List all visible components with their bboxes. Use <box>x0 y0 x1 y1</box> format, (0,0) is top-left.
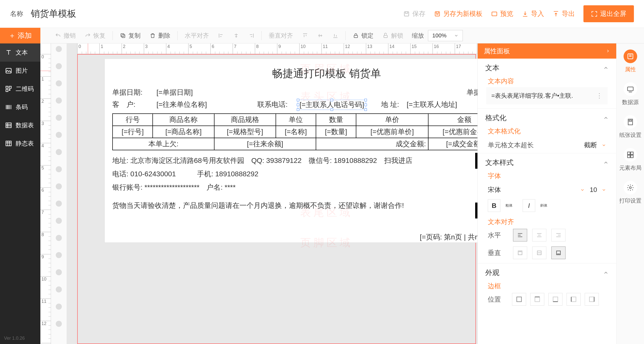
page-dot[interactable] <box>56 97 62 104</box>
halign-right-button[interactable] <box>551 229 566 241</box>
page-dot[interactable] <box>56 115 62 121</box>
unlock-button[interactable]: 解锁 <box>378 32 408 40</box>
redo-button[interactable]: 恢复 <box>80 32 110 40</box>
label-address[interactable]: 地 址: <box>381 100 399 110</box>
canvas[interactable]: 01234567891011121314151617181920212223 页… <box>67 43 477 344</box>
section-format[interactable]: 格式化 <box>478 108 616 125</box>
italic-button[interactable]: I <box>523 199 535 212</box>
label-bill-date[interactable]: 单据日期: <box>112 88 156 97</box>
sidebar-item-image[interactable]: 图片 <box>0 62 40 80</box>
strip-layout[interactable]: 元素布局 <box>619 148 641 172</box>
page-dot[interactable] <box>56 218 62 224</box>
border-all-button[interactable] <box>512 293 526 306</box>
page-dot[interactable] <box>56 201 62 207</box>
sidebar-item-qrcode[interactable]: 二维码 <box>0 80 40 98</box>
page-dot[interactable] <box>56 286 62 292</box>
border-right-button[interactable] <box>585 293 599 306</box>
save-as-button[interactable]: 另存为新模板 <box>434 9 482 18</box>
page-dot[interactable] <box>56 149 62 155</box>
more-dots-icon[interactable]: ⋮ <box>596 92 603 100</box>
export-button[interactable]: 导出 <box>553 9 575 18</box>
table-header-cell[interactable]: 金额 <box>428 114 477 126</box>
sheet-title[interactable]: 畅捷通打印模板 销货单 <box>112 66 477 81</box>
table-cell[interactable]: [=优惠前金额] <box>428 126 477 138</box>
main-table[interactable]: 行号商品名称商品规格单位数量单价金额备注 [=行号][=商品名称][=规格型号]… <box>112 113 477 150</box>
strip-paper[interactable]: 纸张设置 <box>619 115 641 139</box>
exit-fullscreen-button[interactable]: 退出全屏 <box>583 5 634 22</box>
save-button[interactable]: 保存 <box>403 9 425 18</box>
copy-button[interactable]: 复制 <box>115 32 145 40</box>
font-family-select[interactable]: 宋体 <box>488 185 585 194</box>
section-style[interactable]: 文本样式 <box>478 153 616 170</box>
vertical-ruler[interactable]: 012345678910111213 <box>40 43 51 344</box>
page-dot[interactable] <box>56 166 62 172</box>
border-top-button[interactable] <box>530 293 544 306</box>
field-customer[interactable]: [=往来单位名称] <box>156 100 247 110</box>
table-cell[interactable]: [=数量] <box>316 126 356 138</box>
page-dot[interactable] <box>56 63 62 69</box>
table-cell[interactable]: [=优惠前单价] <box>356 126 428 138</box>
page-code-field[interactable]: [=页码: 第n页 | 共n页] <box>420 232 477 242</box>
sidebar-item-text[interactable]: 文本 <box>0 43 40 62</box>
text-content-value[interactable]: =表头表尾详细字段.客户•主联. ⋮ <box>486 87 608 104</box>
section-appearance[interactable]: 外观 <box>478 263 616 280</box>
template-sheet[interactable]: 页眉区域 表头区域 表尾区域 页脚区域 畅捷通打印模板 销货单 单据日期: [=… <box>104 59 477 243</box>
undo-button[interactable]: 撤销 <box>50 32 80 40</box>
page-dot[interactable] <box>56 321 62 327</box>
field-address[interactable]: [=主联系人地址] <box>407 100 457 110</box>
add-button[interactable]: ＋ 添加 <box>0 28 40 43</box>
panel-collapse-icon[interactable] <box>606 49 610 53</box>
sidebar-item-datatable[interactable]: 数据表 <box>0 116 40 134</box>
strip-datasource[interactable]: 数据源 <box>622 82 639 106</box>
page-dot[interactable] <box>56 46 62 52</box>
lock-button[interactable]: 锁定 <box>348 32 378 40</box>
halign-center-button[interactable] <box>532 229 546 241</box>
table-cell[interactable]: [=名称] <box>276 126 316 138</box>
table-cell[interactable]: [=行号] <box>113 126 153 138</box>
table-header-cell[interactable]: 商品名称 <box>153 114 214 126</box>
table-header-cell[interactable]: 单位 <box>276 114 316 126</box>
delete-button[interactable]: 删除 <box>145 32 175 40</box>
strip-print[interactable]: 打印设置 <box>619 181 641 205</box>
valign-bottom-icon[interactable] <box>328 33 343 39</box>
label-bill-no[interactable]: 单据编号: <box>467 88 477 97</box>
label-phone[interactable]: 联系电话: <box>257 100 298 110</box>
halign-left-button[interactable] <box>513 229 527 241</box>
halign-left-icon[interactable] <box>213 33 229 39</box>
import-button[interactable]: 导入 <box>522 9 544 18</box>
table-header-cell[interactable]: 数量 <box>316 114 356 126</box>
overflow-select[interactable]: 截断 <box>584 141 606 150</box>
valign-button[interactable]: 垂直对齐 <box>264 32 298 40</box>
page-dot[interactable] <box>56 235 62 241</box>
qrcode[interactable] <box>475 153 477 218</box>
halign-center-icon[interactable] <box>229 33 244 39</box>
selected-field-phone[interactable]: [=主联系人电话号码] <box>298 100 366 110</box>
page-dot[interactable] <box>56 304 62 310</box>
page-dot[interactable] <box>56 132 62 138</box>
page-dot[interactable] <box>56 183 62 189</box>
bold-button[interactable]: B <box>488 199 500 212</box>
valign-middle-icon[interactable] <box>313 33 328 39</box>
border-bottom-button[interactable] <box>548 293 562 306</box>
table-cell[interactable]: [=商品名称] <box>153 126 214 138</box>
label-customer[interactable]: 客 户: <box>112 100 156 110</box>
border-left-button[interactable] <box>567 293 581 306</box>
valign-bottom-button[interactable] <box>551 247 566 259</box>
table-header-cell[interactable]: 单价 <box>356 114 428 126</box>
valign-top-icon[interactable] <box>298 33 313 39</box>
notes-block[interactable]: 地址: 北京市海淀区北清路68号用友软件园 QQ: 393879122 微信号:… <box>112 154 477 212</box>
valign-top-button[interactable] <box>513 247 527 259</box>
zoom-select[interactable]: 100% <box>428 30 463 41</box>
page-dot[interactable] <box>56 80 62 86</box>
field-bill-date[interactable]: [=单据日期] <box>156 88 193 97</box>
table-cell[interactable]: [=规格型号] <box>214 126 276 138</box>
halign-right-icon[interactable] <box>244 33 259 39</box>
valign-middle-button[interactable] <box>532 247 546 259</box>
strip-properties[interactable]: 属性 <box>624 50 637 73</box>
preview-button[interactable]: 预览 <box>491 9 513 18</box>
sidebar-item-barcode[interactable]: 条码 <box>0 98 40 116</box>
section-text[interactable]: 文本 <box>478 59 616 75</box>
horizontal-ruler[interactable]: 01234567891011121314151617181920212223 <box>77 43 477 54</box>
font-size-select[interactable]: 10 <box>590 186 606 194</box>
page-dot[interactable] <box>56 269 62 275</box>
